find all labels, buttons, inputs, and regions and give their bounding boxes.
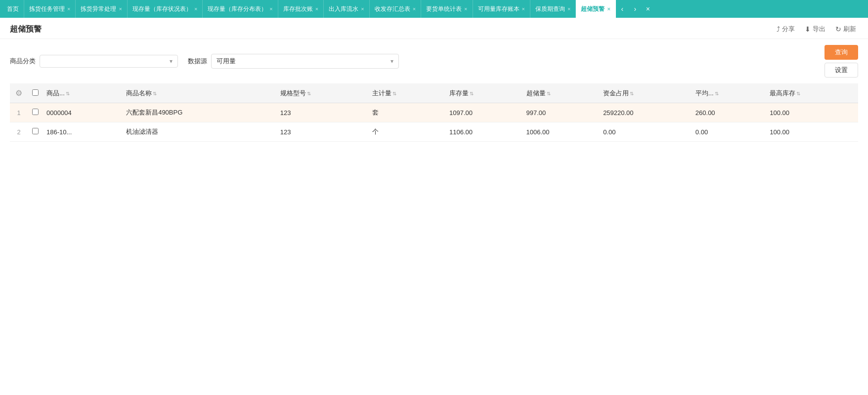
refresh-button[interactable]: ↻ 刷新 [833,24,858,35]
nav-tab-pick-task[interactable]: 拣货任务管理 × [24,0,76,18]
row-product-name: 机油滤清器 [122,122,276,142]
top-navigation: 首页 拣货任务管理 × 拣货异常处理 × 现存量（库存状况表） × 现存量（库存… [0,0,868,18]
data-source-label: 数据源 [188,57,207,66]
product-category-label: 商品分类 [10,57,36,66]
row-max-stock: 100.00 [766,103,858,122]
column-product-name[interactable]: 商品名称 [122,83,276,103]
column-max-stock[interactable]: 最高库存 [766,83,858,103]
nav-next-arrow[interactable]: › [629,0,642,18]
page-title: 超储预警 [10,24,42,35]
share-icon: ⤴ [777,25,780,33]
nav-tab-stock-batch[interactable]: 库存批次账 × [278,0,324,18]
column-unit[interactable]: 主计量 [368,83,445,103]
row-product-code: 0000004 [43,103,122,122]
table-header-row: ⚙ 商品... 商品名称 规格型号 主计量 [10,83,858,103]
select-all-checkbox[interactable] [32,89,39,96]
nav-tab-home[interactable]: 首页 [2,0,24,18]
nav-tab-stock-dist-label: 现存量（库存分布表） [208,5,267,13]
nav-tab-order-stats-close[interactable]: × [464,6,467,12]
row-avg: 260.00 [692,103,766,122]
product-category-select[interactable]: ▾ [40,55,178,68]
column-capital-usage[interactable]: 资金占用 [599,83,692,103]
column-product-code[interactable]: 商品... [43,83,122,103]
data-source-value: 可用量 [217,57,236,66]
row-checkbox[interactable] [32,109,39,115]
row-checkbox-cell [28,122,43,142]
row-capital-usage: 259220.00 [599,103,692,122]
column-over-stock[interactable]: 超储量 [522,83,600,103]
nav-tab-pick-exception-label: 拣货异常处理 [81,5,116,13]
column-avg[interactable]: 平均... [692,83,766,103]
nav-tab-stock-status[interactable]: 现存量（库存状况表） × [128,0,203,18]
data-source-filter: 数据源 可用量 ▾ [188,54,399,69]
refresh-icon: ↻ [835,25,841,33]
sort-avg-icon [714,89,719,97]
overstock-table: ⚙ 商品... 商品名称 规格型号 主计量 [10,83,858,142]
nav-tab-summary[interactable]: 收发存汇总表 × [370,0,421,18]
nav-tab-order-stats[interactable]: 要货单统计表 × [421,0,473,18]
nav-prev-arrow[interactable]: ‹ [616,0,629,18]
row-stock: 1097.00 [445,103,522,122]
nav-tab-overstock-label: 超储预警 [581,5,605,13]
nav-tab-overstock[interactable]: 超储预警 × [576,0,615,18]
sort-product-code-icon [65,89,70,97]
row-over-stock: 997.00 [522,103,600,122]
nav-tab-pick-exception[interactable]: 拣货异常处理 × [76,0,127,18]
filter-bar: 商品分类 ▾ 数据源 可用量 ▾ 查询 设置 [0,39,868,83]
column-gear: ⚙ [10,83,28,103]
nav-tab-stock-dist-close[interactable]: × [269,6,272,12]
sort-product-name-icon [152,89,157,97]
row-spec: 123 [276,103,369,122]
column-stock-label: 库存量 [449,89,469,97]
nav-tab-summary-close[interactable]: × [413,6,416,12]
sort-over-stock-icon [546,89,551,97]
data-source-arrow-icon: ▾ [391,58,393,65]
nav-tab-stock-status-close[interactable]: × [194,6,197,12]
column-stock[interactable]: 库存量 [445,83,522,103]
sort-spec-icon [306,89,311,97]
nav-tab-overstock-close[interactable]: × [607,6,610,12]
nav-close-arrow[interactable]: × [642,0,654,18]
table-row: 2 186-10... 机油滤清器 123 个 1106.00 1006.00 … [10,122,858,142]
row-checkbox-cell [28,103,43,122]
row-capital-usage: 0.00 [599,122,692,142]
data-source-select[interactable]: 可用量 ▾ [211,54,399,69]
column-capital-usage-label: 资金占用 [603,89,629,97]
nav-tab-avail-stock[interactable]: 可用量库存账本 × [473,0,530,18]
nav-tab-stock-batch-close[interactable]: × [315,6,318,12]
export-button[interactable]: ⬇ 导出 [803,24,827,35]
settings-button[interactable]: 设置 [825,63,858,78]
row-product-code: 186-10... [43,122,122,142]
column-checkbox-all [28,83,43,103]
nav-tab-stock-dist[interactable]: 现存量（库存分布表） × [203,0,278,18]
query-button[interactable]: 查询 [825,45,858,60]
row-product-name: 六配套新昌490BPG [122,103,276,122]
column-spec[interactable]: 规格型号 [276,83,369,103]
product-category-arrow-icon: ▾ [170,58,173,65]
nav-tab-pick-task-close[interactable]: × [67,6,70,12]
nav-tab-inout-flow-close[interactable]: × [361,6,364,12]
row-unit: 个 [368,122,445,142]
row-checkbox[interactable] [32,128,39,134]
nav-tab-order-stats-label: 要货单统计表 [426,5,462,13]
table-row: 1 0000004 六配套新昌490BPG 123 套 1097.00 997.… [10,103,858,122]
column-max-stock-label: 最高库存 [770,89,795,97]
gear-settings-icon[interactable]: ⚙ [15,89,22,97]
nav-tab-pick-exception-close[interactable]: × [119,6,122,12]
nav-tab-pick-task-label: 拣货任务管理 [29,5,65,13]
sort-unit-icon [391,89,396,97]
nav-tab-stock-batch-label: 库存批次账 [283,5,313,13]
nav-tab-inout-flow[interactable]: 出入库流水 × [324,0,369,18]
row-avg: 0.00 [692,122,766,142]
nav-tab-summary-label: 收发存汇总表 [375,5,410,13]
table-container: ⚙ 商品... 商品名称 规格型号 主计量 [0,83,868,142]
column-spec-label: 规格型号 [280,89,306,97]
column-over-stock-label: 超储量 [526,89,546,97]
nav-tab-avail-stock-close[interactable]: × [522,6,525,12]
nav-tab-expiry[interactable]: 保质期查询 × [530,0,576,18]
nav-tab-expiry-close[interactable]: × [567,6,570,12]
column-product-name-label: 商品名称 [126,89,152,97]
refresh-label: 刷新 [843,25,856,34]
row-index: 2 [10,122,28,142]
share-button[interactable]: ⤴ 分享 [775,24,797,35]
